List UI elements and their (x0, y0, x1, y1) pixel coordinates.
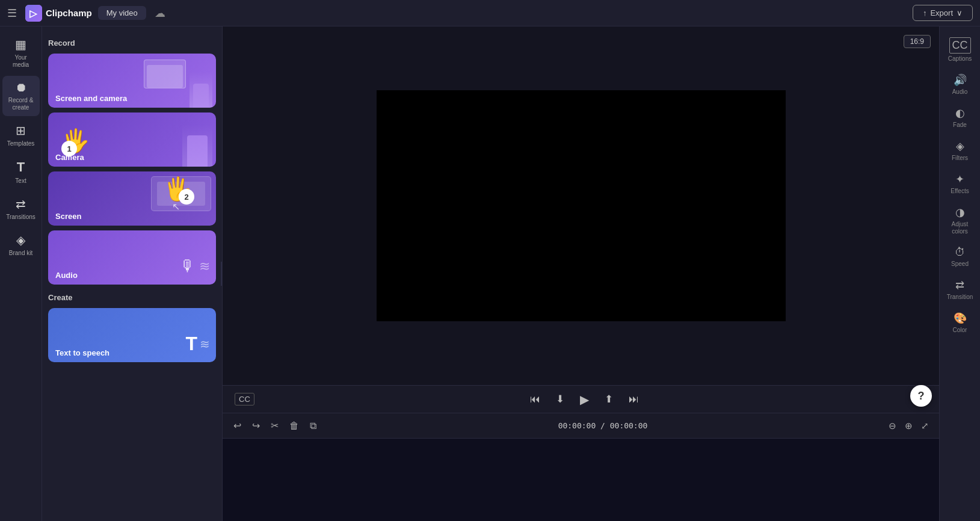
controls-left: CC (235, 393, 254, 405)
card-audio[interactable]: 🎙 ≋ Audio (48, 230, 216, 285)
right-item-captions[interactable]: CC Captions (941, 32, 979, 67)
timeline: ↩ ↪ ✂ 🗑 ⧉ 00:00:00 / 00:00:00 ⊖ ⊕ ⤢ (223, 413, 939, 521)
avatar-body (193, 84, 209, 108)
mic-icon: 🎙 (180, 257, 196, 276)
sidebar-label-text: Text (15, 177, 26, 185)
create-cards: T ≋ Text to speech (48, 308, 216, 362)
card-label-tts: Text to speech (55, 348, 109, 357)
your-media-icon: ▦ (15, 37, 26, 52)
speed-label: Speed (951, 260, 969, 268)
skip-to-end-button[interactable]: ⏭ (626, 391, 641, 408)
text-icon: T (17, 159, 25, 175)
sidebar-label-templates: Templates (7, 140, 35, 147)
effects-label: Effects (951, 188, 969, 195)
export-label: Export (930, 8, 953, 17)
sidebar-item-templates[interactable]: ⊞ Templates (2, 119, 40, 152)
video-canvas: 16:9 (223, 26, 939, 385)
topbar: ☰ ▷ Clipchamp My video ☁ ↑ Export ∨ (0, 0, 980, 26)
main-content: ▦ Your media ⏺ Record & create ⊞ Templat… (0, 26, 980, 521)
tts-wave-icon: ≋ (200, 337, 210, 351)
record-section-title: Record (48, 39, 216, 48)
filters-label: Filters (952, 155, 968, 162)
undo-button[interactable]: ↩ (230, 418, 245, 434)
right-item-filters[interactable]: ◈ Filters (941, 135, 979, 167)
cursor-arrow-icon: ↖ (172, 201, 180, 212)
export-chevron: ∨ (957, 8, 963, 17)
templates-icon: ⊞ (16, 123, 26, 138)
color-icon: 🎨 (954, 312, 967, 325)
zoom-controls: ⊖ ⊕ ⤢ (886, 419, 932, 433)
camera-body (187, 135, 208, 167)
card-label-screen: Screen (55, 212, 81, 221)
avatar-placeholder (190, 72, 212, 108)
step-forward-button[interactable]: ⬆ (602, 390, 615, 408)
captions-toggle[interactable]: CC (235, 393, 254, 405)
right-item-fade[interactable]: ◐ Fade (941, 102, 979, 134)
menu-icon[interactable]: ☰ (7, 7, 17, 20)
zoom-in-button[interactable]: ⊕ (902, 419, 916, 433)
screen-card-inner (157, 182, 205, 206)
card-label-screen-camera: Screen and camera (55, 94, 127, 103)
card-screen-and-camera[interactable]: Screen and camera (48, 54, 216, 108)
screen-preview (144, 60, 186, 88)
copy-button[interactable]: ⧉ (306, 418, 320, 434)
brand-icon: ◈ (16, 233, 25, 247)
left-sidebar: ▦ Your media ⏺ Record & create ⊞ Templat… (0, 26, 42, 521)
timeline-tracks (223, 439, 939, 521)
video-tab[interactable]: My video (98, 6, 146, 20)
sidebar-item-brand[interactable]: ◈ Brand kit (2, 228, 40, 262)
card-camera[interactable]: Camera (48, 113, 216, 167)
video-preview (377, 90, 786, 321)
sidebar-label-your-media: Your media (6, 54, 36, 69)
sidebar-item-text[interactable]: T Text (2, 155, 40, 190)
right-item-transition[interactable]: ⇄ Transition (941, 274, 979, 306)
time-separator: / (600, 421, 610, 430)
right-item-speed[interactable]: ⏱ Speed (941, 241, 979, 273)
fade-label: Fade (953, 122, 967, 129)
delete-button[interactable]: 🗑 (286, 418, 303, 434)
play-button[interactable]: ▶ (578, 390, 591, 409)
sidebar-item-record[interactable]: ⏺ Record & create (2, 76, 40, 116)
card-label-audio: Audio (55, 271, 78, 280)
create-section-title: Create (48, 293, 216, 302)
record-icon: ⏺ (15, 81, 27, 94)
transition-label: Transition (947, 294, 973, 301)
logo-text: Clipchamp (46, 8, 92, 18)
fade-icon: ◐ (955, 106, 965, 120)
redo-button[interactable]: ↪ (248, 418, 263, 434)
sidebar-label-brand: Brand kit (9, 250, 32, 257)
sidebar-item-transitions[interactable]: ⇄ Transitions (2, 192, 40, 226)
card-text-to-speech[interactable]: T ≋ Text to speech (48, 308, 216, 362)
transitions-icon: ⇄ (16, 197, 26, 211)
sidebar-item-your-media[interactable]: ▦ Your media (2, 32, 40, 73)
step-back-button[interactable]: ⬇ (553, 390, 567, 408)
record-cards: Screen and camera Camera ↖ Screen (48, 54, 216, 285)
camera-avatar (182, 125, 212, 167)
captions-icon: CC (949, 37, 971, 54)
export-button[interactable]: ↑ Export ∨ (913, 5, 973, 21)
captions-label: Captions (948, 55, 972, 63)
svg-text:▷: ▷ (29, 8, 38, 19)
right-item-effects[interactable]: ✦ Effects (941, 168, 979, 200)
right-item-adjust-colors[interactable]: ◑ Adjust colors (941, 201, 979, 240)
right-sidebar: CC Captions 🔊 Audio ◐ Fade ◈ Filters ✦ E… (939, 26, 980, 521)
waveform-icon: ≋ (199, 259, 210, 274)
zoom-out-button[interactable]: ⊖ (886, 419, 899, 433)
adjust-colors-label: Adjust colors (944, 221, 976, 235)
audio-right-label: Audio (952, 88, 968, 96)
cut-button[interactable]: ✂ (267, 418, 282, 434)
expand-button[interactable]: ⤢ (918, 419, 932, 433)
right-item-audio[interactable]: 🔊 Audio (941, 69, 979, 100)
right-item-color[interactable]: 🎨 Color (941, 307, 979, 339)
tts-t-icon: T (185, 333, 197, 355)
video-controls: CC ⏮ ⬇ ▶ ⬆ ⏭ ↺ (223, 385, 939, 413)
controls-center: ⏮ ⬇ ▶ ⬆ ⏭ (528, 390, 641, 409)
cloud-icon: ☁ (155, 7, 165, 20)
help-button[interactable]: ? (910, 385, 932, 407)
aspect-ratio-badge[interactable]: 16:9 (904, 35, 931, 48)
logo-icon: ▷ (25, 5, 42, 22)
skip-to-start-button[interactable]: ⏮ (528, 391, 543, 408)
logo: ▷ Clipchamp (25, 5, 92, 22)
color-label: Color (953, 327, 967, 334)
card-screen[interactable]: ↖ Screen (48, 171, 216, 226)
